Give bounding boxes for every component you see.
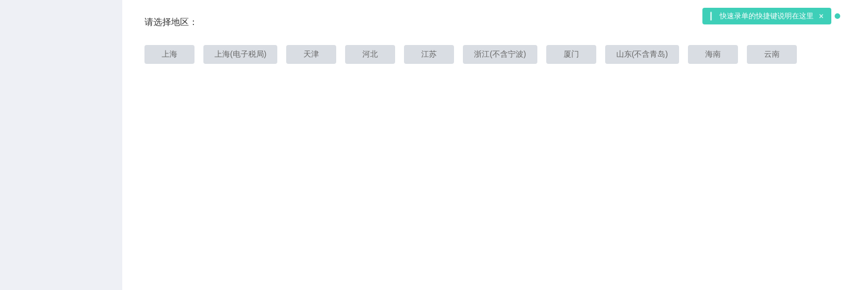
region-button-tianjin[interactable]: 天津 [286, 45, 336, 64]
region-button-hainan[interactable]: 海南 [688, 45, 738, 64]
tooltip-bubble: 快速录单的快捷键说明在这里 × [702, 8, 831, 24]
region-button-jiangsu[interactable]: 江苏 [404, 45, 454, 64]
sidebar [0, 0, 122, 290]
region-buttons-container: 上海上海(电子税局)天津河北江苏浙江(不含宁波)厦门山东(不含青岛)海南云南 [144, 45, 846, 64]
region-button-hebei[interactable]: 河北 [345, 45, 395, 64]
region-button-shanghai-etax[interactable]: 上海(电子税局) [203, 45, 277, 64]
region-button-zhejiang[interactable]: 浙江(不含宁波) [463, 45, 537, 64]
tooltip-text: 快速录单的快捷键说明在这里 [720, 11, 814, 21]
tooltip-dot [835, 13, 840, 19]
tooltip-container: 快速录单的快捷键说明在这里 × [702, 8, 840, 24]
region-button-shanghai[interactable]: 上海 [144, 45, 194, 64]
region-button-xiamen[interactable]: 厦门 [546, 45, 596, 64]
region-button-shandong[interactable]: 山东(不含青岛) [605, 45, 679, 64]
tooltip-close-button[interactable]: × [819, 12, 824, 21]
region-button-yunnan[interactable]: 云南 [747, 45, 797, 64]
main-content: 请选择地区： 上海上海(电子税局)天津河北江苏浙江(不含宁波)厦门山东(不含青岛… [122, 0, 868, 290]
